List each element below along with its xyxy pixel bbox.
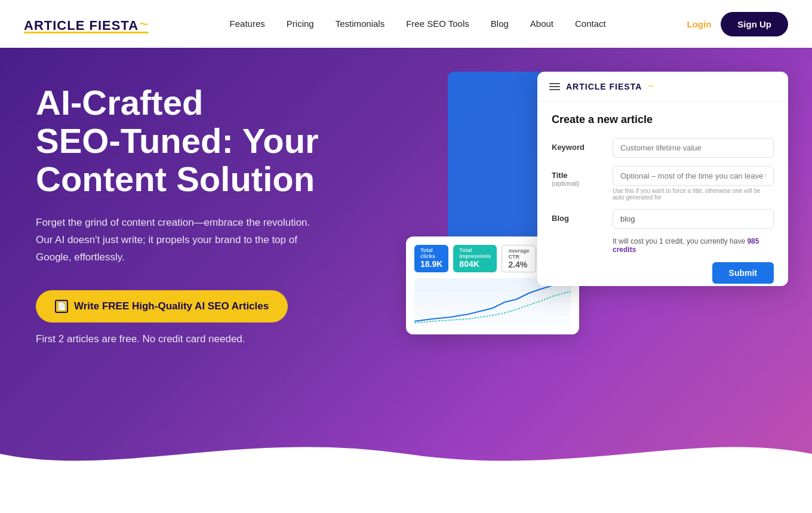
title-input[interactable] xyxy=(613,166,774,186)
stat-impressions: Total impressions 804K xyxy=(453,245,497,272)
hero-headline: AI-Crafted SEO-Tuned: Your Content Solut… xyxy=(36,84,382,198)
article-form-title: Create a new article xyxy=(552,113,774,126)
hero-body: Forget the grind of content creation—emb… xyxy=(36,214,310,266)
title-row: Title (optional) Use this if you want to… xyxy=(552,166,774,201)
title-input-wrap: Use this if you want to force a title, o… xyxy=(613,166,774,201)
brand-name: ARTICLE FIESTA xyxy=(24,18,139,33)
keyword-label: Keyword xyxy=(552,138,605,152)
hero-content: AI-Crafted SEO-Tuned: Your Content Solut… xyxy=(36,84,382,348)
hero-visuals: Total clicks 18.9K Total impressions 804… xyxy=(406,72,788,334)
nav-about[interactable]: About xyxy=(530,19,553,29)
doc-icon: 📄 xyxy=(55,300,68,313)
title-label: Title xyxy=(552,171,605,180)
card-logo-swoosh: ~ xyxy=(648,80,654,93)
stat-clicks: Total clicks 18.9K xyxy=(414,245,448,272)
keyword-row: Keyword xyxy=(552,138,774,158)
login-button[interactable]: Login xyxy=(687,19,711,29)
keyword-input[interactable] xyxy=(613,138,774,158)
submit-button[interactable]: Submit xyxy=(712,262,774,284)
hero-section: AI-Crafted SEO-Tuned: Your Content Solut… xyxy=(0,48,812,478)
card-logo: ARTICLE FIESTA xyxy=(566,82,642,91)
blog-label: Blog xyxy=(552,209,605,223)
nav-auth: Login Sign Up xyxy=(687,12,788,36)
article-card-body: Create a new article Keyword Title (opti… xyxy=(537,102,788,274)
nav-testimonials[interactable]: Testimonials xyxy=(336,19,385,29)
hamburger-icon[interactable] xyxy=(549,83,560,90)
stat-ctr: Average CTR 2.4% xyxy=(502,245,536,272)
cta-note: First 2 articles are free. No credit car… xyxy=(36,331,310,348)
logo[interactable]: ARTICLE FIESTA ~ xyxy=(24,15,149,33)
logo-swoosh: ~ xyxy=(139,15,148,33)
signup-button[interactable]: Sign Up xyxy=(721,12,788,36)
nav-links: Features Pricing Testimonials Free SEO T… xyxy=(230,19,606,29)
wave-divider xyxy=(0,430,812,478)
article-card-header: ARTICLE FIESTA ~ xyxy=(537,72,788,102)
nav-features[interactable]: Features xyxy=(230,19,265,29)
blog-input[interactable] xyxy=(613,209,774,229)
review-section: ★ ★ ★ ★ ★ Capterra ★ ★ ★ ★ ★ ★ xyxy=(0,478,812,513)
nav-blog[interactable]: Blog xyxy=(491,19,509,29)
title-sublabel: (optional) xyxy=(552,180,605,187)
cta-button[interactable]: 📄 Write FREE High-Quality AI SEO Article… xyxy=(36,290,288,322)
nav-contact[interactable]: Contact xyxy=(575,19,606,29)
credit-info: It will cost you 1 credit, you currently… xyxy=(613,237,774,254)
nav-pricing[interactable]: Pricing xyxy=(287,19,314,29)
nav-seo-tools[interactable]: Free SEO Tools xyxy=(406,19,469,29)
title-hint: Use this if you want to force a title, o… xyxy=(613,188,774,201)
navbar: ARTICLE FIESTA ~ Features Pricing Testim… xyxy=(0,0,812,48)
blog-row: Blog xyxy=(552,209,774,229)
article-form-card: ARTICLE FIESTA ~ Create a new article Ke… xyxy=(537,72,788,286)
